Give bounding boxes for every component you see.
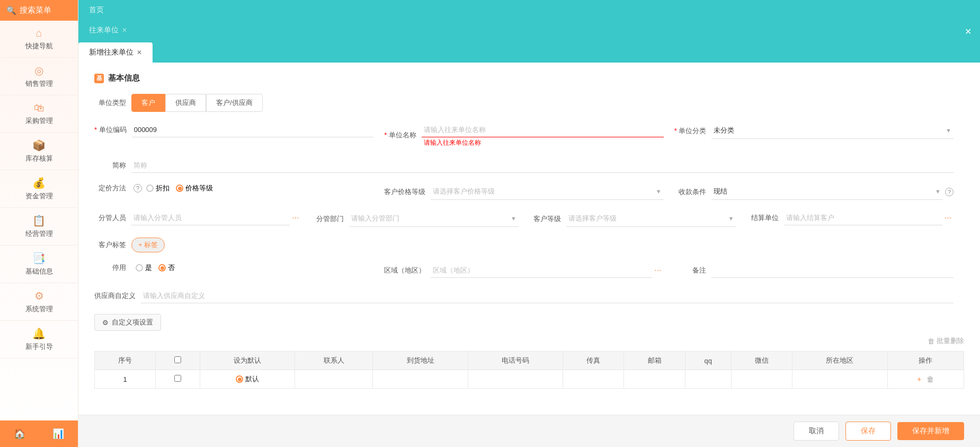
save-new-button[interactable]: 保存并新增 bbox=[897, 422, 964, 440]
table-header: 序号设为默认联系人到货地址电话号码传真邮箱qq微信所在地区操作 bbox=[95, 352, 964, 370]
tab-partner-close-icon[interactable]: ✕ bbox=[122, 27, 127, 34]
table-col-8: qq bbox=[685, 352, 731, 370]
disabled-field: 停用 是 否 bbox=[94, 263, 384, 273]
sidebar-item-finance[interactable]: 💰资金管理 bbox=[0, 170, 78, 208]
disabled-yes-radio[interactable]: 是 bbox=[136, 263, 152, 273]
sidebar-item-sales[interactable]: ◎销售管理 bbox=[0, 58, 78, 95]
sidebar-item-basic-info[interactable]: 📑基础信息 bbox=[0, 246, 78, 283]
pricing-level-circle bbox=[176, 185, 183, 192]
batch-delete-area: 🗑 批量删除 bbox=[94, 336, 964, 346]
customer-tag-field: 客户标签 + 标签 bbox=[94, 238, 964, 252]
customer-price-level-select[interactable]: 请选择客户价格等级 ▼ bbox=[431, 183, 663, 200]
pricing-radio-discount[interactable]: 折扣 bbox=[146, 183, 170, 193]
manager-dots-icon[interactable]: ··· bbox=[290, 213, 301, 223]
disabled-radio-group: 是 否 bbox=[136, 263, 175, 273]
payment-terms-field: 收款条件 现结 ▼ ? bbox=[674, 183, 964, 200]
table-col-3: 联系人 bbox=[295, 352, 373, 370]
tab-partner[interactable]: 往来单位✕ bbox=[78, 20, 153, 40]
sidebar-guide-icon: 🔔 bbox=[32, 327, 46, 340]
sidebar-item-operations[interactable]: 📋经营管理 bbox=[0, 208, 78, 246]
disabled-yes-circle bbox=[136, 264, 143, 271]
section-icon: 基 bbox=[94, 74, 104, 83]
payment-terms-select[interactable]: 现结 ▼ bbox=[711, 183, 943, 200]
department-select[interactable]: 请输入分管部门 ▼ bbox=[349, 211, 519, 227]
set-default-radio[interactable]: 默认 bbox=[206, 374, 289, 384]
sidebar-sales-icon: ◎ bbox=[34, 64, 43, 77]
table-body: 1默认+ 🗑 bbox=[95, 370, 964, 389]
batch-delete-label[interactable]: 批量删除 bbox=[937, 336, 964, 346]
unit-category-select[interactable]: 未分类 ▼ bbox=[711, 122, 954, 139]
region-input[interactable] bbox=[431, 263, 652, 278]
sidebar-operations-label: 经营管理 bbox=[25, 229, 53, 239]
customer-level-select[interactable]: 请选择客户等级 ▼ bbox=[566, 211, 736, 227]
contacts-table: 序号设为默认联系人到货地址电话号码传真邮箱qq微信所在地区操作 1默认+ 🗑 bbox=[94, 351, 964, 389]
sidebar-item-guide[interactable]: 🔔新手引导 bbox=[0, 321, 78, 358]
table-col-4: 到货地址 bbox=[373, 352, 468, 370]
table-col-9: 微信 bbox=[731, 352, 792, 370]
sidebar-item-system[interactable]: ⚙系统管理 bbox=[0, 283, 78, 321]
settlement-unit-dots-icon[interactable]: ··· bbox=[942, 213, 954, 223]
remark-field: 备注 bbox=[674, 263, 964, 278]
custom-settings-button[interactable]: ⚙ 自定义项设置 bbox=[94, 314, 161, 331]
row-cell bbox=[468, 370, 563, 389]
customer-level-field: 客户等级 请选择客户等级 ▼ bbox=[529, 211, 747, 227]
sidebar-item-purchase[interactable]: 🛍采购管理 bbox=[0, 95, 78, 133]
sidebar-system-icon: ⚙ bbox=[34, 290, 44, 302]
sidebar-item-quick-nav[interactable]: ⌂快捷导航 bbox=[0, 21, 78, 58]
row-add-icon[interactable]: + bbox=[915, 375, 923, 383]
sidebar-operations-icon: 📋 bbox=[32, 214, 46, 227]
tab-bar-close-icon[interactable]: ✕ bbox=[956, 21, 980, 42]
select-all-checkbox[interactable] bbox=[174, 356, 181, 363]
disabled-no-radio[interactable]: 否 bbox=[158, 263, 175, 273]
remark-input[interactable] bbox=[711, 263, 954, 278]
department-field: 分管部门 请输入分管部门 ▼ bbox=[312, 211, 530, 227]
supplier-custom-input[interactable] bbox=[141, 288, 954, 303]
sidebar-item-inventory[interactable]: 📦库存核算 bbox=[0, 133, 78, 170]
save-button[interactable]: 保存 bbox=[845, 422, 891, 441]
unit-type-btn-1[interactable]: 供应商 bbox=[165, 94, 206, 112]
sidebar-home-icon[interactable]: 🏠 bbox=[0, 420, 39, 447]
unit-name-error: 请输入往来单位名称 bbox=[422, 138, 664, 147]
add-tag-button[interactable]: + 标签 bbox=[131, 238, 165, 252]
unit-code-input[interactable] bbox=[132, 122, 374, 137]
disabled-yes-label: 是 bbox=[145, 263, 152, 273]
department-label: 分管部门 bbox=[312, 214, 349, 224]
footer: 取消 保存 保存并新增 bbox=[78, 415, 980, 447]
row-checkbox[interactable] bbox=[174, 375, 181, 382]
sidebar-basic-info-icon: 📑 bbox=[32, 252, 46, 265]
tab-new-partner[interactable]: 新增往来单位✕ bbox=[78, 42, 153, 63]
supplier-custom-row: 供应商自定义 bbox=[94, 288, 964, 303]
sidebar-chart-icon[interactable]: 📊 bbox=[39, 420, 78, 447]
region-field: 区域（地区） ··· bbox=[384, 263, 674, 278]
unit-type-btn-2[interactable]: 客户/供应商 bbox=[206, 94, 263, 112]
customer-tag-row: 客户标签 + 标签 bbox=[94, 238, 964, 252]
pricing-method-field: 定价方法 ? 折扣 价格等级 bbox=[94, 183, 384, 193]
section-header: 基 基本信息 bbox=[94, 73, 964, 83]
search-icon: 🔍 bbox=[6, 6, 16, 15]
pricing-radio-level[interactable]: 价格等级 bbox=[176, 183, 213, 193]
settings-gear-icon: ⚙ bbox=[102, 319, 109, 327]
sidebar-guide-label: 新手引导 bbox=[25, 342, 53, 352]
unit-type-btn-0[interactable]: 客户 bbox=[131, 94, 165, 112]
unit-name-input[interactable] bbox=[422, 122, 664, 137]
short-name-input[interactable] bbox=[131, 158, 954, 173]
tab-new-partner-close-icon[interactable]: ✕ bbox=[137, 49, 142, 56]
unit-type-label: 单位类型 bbox=[94, 98, 131, 108]
main-area: 首页往来单位✕新增往来单位✕ ✕ 基 基本信息 单位类型 客户供应商客户/供应商… bbox=[78, 0, 980, 447]
table-col-2: 设为默认 bbox=[200, 352, 295, 370]
cancel-button[interactable]: 取消 bbox=[794, 422, 839, 441]
batch-delete-icon: 🗑 bbox=[928, 337, 934, 345]
unit-type-field: 单位类型 客户供应商客户/供应商 bbox=[94, 94, 964, 112]
department-placeholder: 请输入分管部门 bbox=[351, 214, 399, 223]
settlement-unit-input[interactable] bbox=[784, 211, 942, 225]
tab-home[interactable]: 首页 bbox=[78, 0, 153, 20]
region-dots-icon[interactable]: ··· bbox=[652, 266, 663, 275]
table-col-1 bbox=[156, 352, 200, 370]
pricing-help-icon[interactable]: ? bbox=[133, 184, 142, 192]
row-delete-icon[interactable]: 🗑 bbox=[925, 375, 936, 383]
pricing-row: 定价方法 ? 折扣 价格等级 客户价格等级 请选择客户价格等级 bbox=[94, 183, 964, 200]
payment-terms-help-icon[interactable]: ? bbox=[945, 188, 954, 196]
search-menu[interactable]: 🔍 搜索菜单 bbox=[0, 0, 78, 21]
content-area: 基 基本信息 单位类型 客户供应商客户/供应商 单位编码 单位名称 请输入往来单… bbox=[78, 63, 980, 415]
manager-input[interactable] bbox=[131, 211, 290, 225]
